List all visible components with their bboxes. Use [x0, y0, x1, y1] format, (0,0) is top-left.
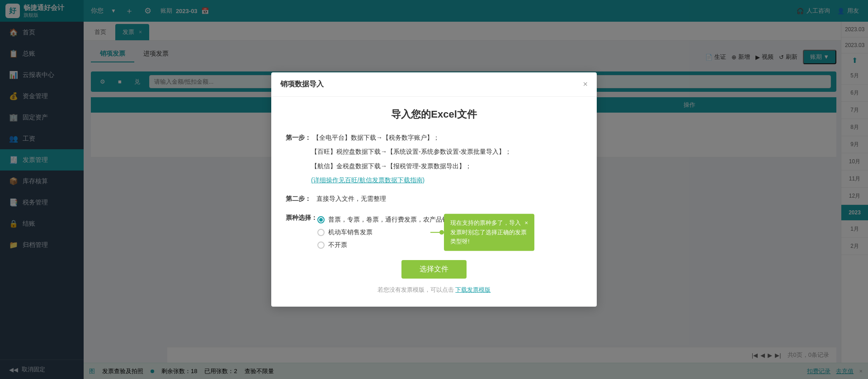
- radio-motor[interactable]: 机动车销售发票 × 现在支持的票种多了，导入发票时别忘了选择正确的发票类型呀!: [317, 228, 467, 237]
- ticket-section: 票种选择： 普票，专票，卷票，通行费发票，农产品销售发票 机动车销售发票: [286, 212, 582, 249]
- download-template-link[interactable]: 下载发票模版: [455, 286, 491, 293]
- step1-link-line: (详细操作见百旺/航信发票数据下载指南): [286, 175, 582, 186]
- modal-close-button[interactable]: ×: [583, 80, 588, 89]
- modal-main-title: 导入您的Excel文件: [286, 108, 582, 121]
- step1-line-3: 【航信】金税盘数据下载→【报税管理-发票数据导出】；: [286, 161, 582, 172]
- tooltip-line: [430, 232, 439, 233]
- tooltip-container: × 现在支持的票种多了，导入发票时别忘了选择正确的发票类型呀!: [430, 214, 534, 251]
- ticket-label: 票种选择：: [286, 212, 317, 223]
- step1-label: 第一步：: [286, 134, 311, 141]
- radio-motor-circle: [317, 229, 325, 236]
- step2-text: 直接导入文件，无需整理: [316, 195, 386, 202]
- step1-line-0: 第一步： 【全电平台】数据下载→【税务数字账户】；: [286, 132, 582, 143]
- modal-footer-text: 若您没有发票模版，可以点击 下载发票模版: [286, 286, 582, 298]
- select-file-button[interactable]: 选择文件: [401, 260, 467, 279]
- footer-text-before: 若您没有发票模版，可以点击: [377, 286, 454, 293]
- radio-normal-circle: [317, 216, 325, 223]
- tooltip-bubble: × 现在支持的票种多了，导入发票时别忘了选择正确的发票类型呀!: [444, 214, 534, 251]
- tooltip-text: 现在支持的票种多了，导入发票时别忘了选择正确的发票类型呀!: [450, 219, 527, 245]
- tooltip-close-button[interactable]: ×: [524, 218, 528, 228]
- modal-dialog: 销项数据导入 × 导入您的Excel文件 第一步： 【全电平台】数据下载→【税务…: [271, 72, 597, 307]
- radio-motor-label: 机动车销售发票: [328, 228, 373, 237]
- step1-guide-link[interactable]: (详细操作见百旺/航信发票数据下载指南): [311, 176, 425, 184]
- tooltip-dot: [439, 230, 444, 235]
- modal-title: 销项数据导入: [280, 80, 324, 89]
- modal-overlay: 销项数据导入 × 导入您的Excel文件 第一步： 【全电平台】数据下载→【税务…: [0, 0, 868, 379]
- step1-line-2: 【百旺】税控盘数据下载→【系统设置-系统参数设置-发票批量导入】；: [286, 146, 582, 157]
- step2-label: 第二步：: [286, 195, 311, 202]
- modal-header: 销项数据导入 ×: [271, 72, 597, 97]
- radio-group: 普票，专票，卷票，通行费发票，农产品销售发票 机动车销售发票 × 现在支持的票: [317, 216, 467, 249]
- step1-line-1: 【全电平台】数据下载→【税务数字账户】；: [313, 134, 439, 141]
- radio-noticket-circle: [317, 242, 325, 249]
- modal-body: 导入您的Excel文件 第一步： 【全电平台】数据下载→【税务数字账户】； 【百…: [271, 97, 597, 307]
- step1-section: 第一步： 【全电平台】数据下载→【税务数字账户】； 【百旺】税控盘数据下载→【系…: [286, 132, 582, 186]
- radio-noticket-label: 不开票: [328, 241, 347, 249]
- step2-section: 第二步： 直接导入文件，无需整理: [286, 195, 582, 203]
